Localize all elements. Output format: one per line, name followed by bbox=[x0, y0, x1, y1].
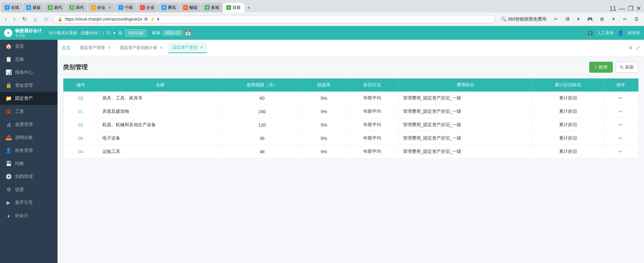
sidebar-label-assistant: 好会计 bbox=[15, 213, 28, 219]
site-settings-icon[interactable]: ⚙ bbox=[144, 17, 148, 22]
row-3-edit[interactable]: ✏ bbox=[603, 132, 638, 145]
period-value[interactable]: 2023-12 bbox=[162, 30, 183, 36]
search-bar[interactable]: 🔍 360智能抠图免费用 bbox=[498, 15, 549, 23]
browser-tab-0[interactable]: 在 在线 bbox=[1, 3, 23, 12]
browser-tab-8[interactable]: M 畅提 bbox=[180, 3, 201, 12]
row-1-code[interactable]: 01 bbox=[63, 105, 98, 118]
bookmark-button[interactable]: ☆ bbox=[41, 15, 50, 23]
home-button[interactable]: ⌂ bbox=[31, 15, 39, 23]
browser-tab-6[interactable]: C 企业 bbox=[137, 3, 158, 12]
window-close-icon[interactable]: ✕ bbox=[628, 45, 633, 51]
col-actions: 操作 bbox=[603, 79, 638, 92]
main-content: 首页 固定资产管理 ✕ 固定资产折旧统计表 ✕ 固定资产类别 ✕ bbox=[58, 40, 644, 263]
url-dropdown-icon[interactable]: ⚡ bbox=[150, 17, 155, 22]
browser-tab-2[interactable]: 易 易代 bbox=[45, 3, 66, 12]
edit-icon-4[interactable]: ✏ bbox=[619, 149, 623, 154]
sidebar-item-settings[interactable]: ⚙ 设置 bbox=[0, 183, 58, 196]
tab-close-asset-category[interactable]: ✕ bbox=[200, 45, 203, 50]
settings-gear-icon[interactable]: ⚙ bbox=[118, 30, 123, 36]
tab-close-4[interactable]: ✕ bbox=[108, 5, 111, 10]
scissors-icon[interactable]: ✂ bbox=[551, 16, 560, 22]
browser-tab-1[interactable]: 新 新版 bbox=[23, 3, 44, 12]
table-row-0: 03 器具、工具、家具等 60 5% 年限平均 管理费用_固定资产折旧_一级 累… bbox=[63, 92, 639, 105]
row-0-edit[interactable]: ✏ bbox=[603, 92, 638, 105]
sidebar-item-fixed-asset[interactable]: 📁 固定资产 bbox=[0, 92, 58, 105]
minimize-icon[interactable]: — bbox=[619, 5, 625, 12]
restore-icon[interactable]: ❐ bbox=[628, 5, 633, 12]
app-subtitle: 专业版 bbox=[15, 34, 42, 38]
grid-icon[interactable]: ⊞ bbox=[597, 16, 607, 22]
sidebar-item-ledger[interactable]: 📋 总账 bbox=[0, 53, 58, 66]
row-2-edit[interactable]: ✏ bbox=[603, 118, 638, 132]
browser-tab-5[interactable]: 个 个税 bbox=[115, 3, 136, 12]
back-button[interactable]: ‹ bbox=[3, 15, 9, 23]
browser-tab-7[interactable]: 腾 腾讯 bbox=[158, 3, 179, 12]
consult-label[interactable]: 人工咨询 bbox=[597, 30, 614, 36]
undo-icon[interactable]: ↩ bbox=[620, 16, 630, 22]
game-icon[interactable]: 🎮 bbox=[584, 16, 595, 22]
row-1-edit[interactable]: ✏ bbox=[603, 105, 638, 118]
row-1-expense: 管理费用_固定资产折旧_一级 bbox=[399, 105, 533, 118]
period-calendar-icon[interactable]: 📅 bbox=[185, 30, 191, 36]
tab-close-depreciation-table[interactable]: ✕ bbox=[160, 46, 163, 50]
breadcrumb-home[interactable]: 首页 bbox=[62, 45, 71, 51]
row-0-code[interactable]: 03 bbox=[63, 92, 98, 105]
brightness-icon[interactable]: ☀ bbox=[609, 16, 618, 22]
sidebar-item-invoice[interactable]: 🖨 发票管理 bbox=[0, 118, 58, 131]
sidebar-item-fund[interactable]: 🔒 资金管理 bbox=[0, 79, 58, 92]
row-2-depreciation: 累计折旧 bbox=[533, 118, 603, 132]
sidebar-item-home[interactable]: 🏠 首页 bbox=[0, 40, 58, 53]
close-icon[interactable]: ✕ bbox=[636, 5, 641, 12]
sidebar-item-guide[interactable]: ▶ 新手引导 bbox=[0, 196, 58, 209]
row-4-edit[interactable]: ✏ bbox=[603, 145, 638, 158]
row-3-code[interactable]: 05 bbox=[63, 132, 98, 145]
tab-asset-category[interactable]: 固定资产类别 ✕ bbox=[168, 43, 207, 53]
sidebar-item-purchase[interactable]: 📥 进销台账 bbox=[0, 131, 58, 144]
row-4-code[interactable]: 04 bbox=[63, 145, 98, 158]
browser-toolbar-right: 🔍 360智能抠图免费用 ✂ 译 ¥ 🎮 ⊞ ☀ ↩ ☰ bbox=[498, 15, 641, 23]
sidebar-item-report[interactable]: 📊 报表中心 bbox=[0, 66, 58, 79]
add-button[interactable]: + 新增 bbox=[589, 62, 613, 73]
edit-icon-1[interactable]: ✏ bbox=[619, 109, 623, 114]
table-row-2: 02 机器、机械和其他生产设备 120 5% 年限平均 管理费用_固定资产折旧_… bbox=[63, 118, 639, 132]
row-2-name: 机器、机械和其他生产设备 bbox=[98, 118, 223, 132]
row-1-name: 房屋及建筑物 bbox=[98, 105, 223, 118]
menu-icon[interactable]: ☰ bbox=[632, 16, 641, 22]
row-3-expense: 管理费用_固定资产折旧_一级 bbox=[399, 132, 533, 145]
close-period-icon: 💾 bbox=[5, 160, 12, 167]
browser-tab-3[interactable]: 易 易代 bbox=[66, 3, 87, 12]
tab-fixed-asset-mgmt[interactable]: 固定资产管理 ✕ bbox=[76, 43, 115, 53]
page-actions: + 新增 ↻ 刷新 bbox=[589, 62, 639, 73]
browser-tab-9[interactable]: 各 各地 bbox=[201, 3, 223, 12]
tab-close-fixed-asset-mgmt[interactable]: ✕ bbox=[108, 46, 111, 50]
sidebar-item-salary[interactable]: 💼 工资 bbox=[0, 105, 58, 118]
table-header-row: 编号 名称 使用期限（月） 残值率 折旧方法 费用科目 累计折旧科目 操作 bbox=[63, 79, 639, 92]
app-body: 🏠 首页 📋 总账 📊 报表中心 🔒 资金管理 📁 固定资产 💼 工资 bbox=[0, 40, 644, 263]
edit-icon-2[interactable]: ✏ bbox=[619, 122, 623, 128]
url-bar[interactable]: 🔒 https://cloud.chanjet.com/accounting/u… bbox=[53, 15, 495, 23]
forward-button[interactable]: › bbox=[11, 15, 17, 23]
edit-icon-3[interactable]: ✏ bbox=[619, 135, 623, 141]
reload-button[interactable]: ↻ bbox=[20, 15, 29, 23]
browser-tab-10[interactable]: S 目前 bbox=[223, 3, 244, 12]
new-tab-button[interactable]: + bbox=[244, 3, 253, 12]
refresh-button[interactable]: ↻ 刷新 bbox=[616, 62, 639, 73]
switch-btn[interactable]: 切到旧版 bbox=[125, 29, 147, 37]
tab-label-4: 好会 bbox=[97, 5, 105, 11]
sidebar-item-assistant[interactable]: ♦ 好会计 bbox=[0, 209, 58, 222]
app-logo: ✦ bbox=[4, 29, 12, 37]
edit-icon-0[interactable]: ✏ bbox=[619, 95, 623, 101]
window-maximize-icon[interactable]: ⤢ bbox=[635, 45, 640, 51]
row-2-code[interactable]: 02 bbox=[63, 118, 98, 132]
url-expand-icon[interactable]: ▾ bbox=[157, 17, 159, 22]
browser-tab-4[interactable]: 好 好会 ✕ bbox=[88, 3, 115, 12]
sidebar-item-close[interactable]: 💾 结账 bbox=[0, 157, 58, 170]
sidebar-item-tax[interactable]: 👤 税务管理 bbox=[0, 144, 58, 157]
user-avatar-icon: 👤 bbox=[618, 30, 623, 36]
translate-icon[interactable]: 译 bbox=[563, 15, 572, 23]
tab-depreciation-table[interactable]: 固定资产折旧统计表 ✕ bbox=[116, 43, 167, 53]
table-header: 编号 名称 使用期限（月） 残值率 折旧方法 费用科目 累计折旧科目 操作 bbox=[63, 79, 639, 92]
currency-icon[interactable]: ¥ bbox=[574, 16, 582, 22]
sidebar-item-archive[interactable]: 💿 归档管理 bbox=[0, 170, 58, 183]
user-dropdown-icon[interactable]: ▾ bbox=[113, 31, 115, 35]
